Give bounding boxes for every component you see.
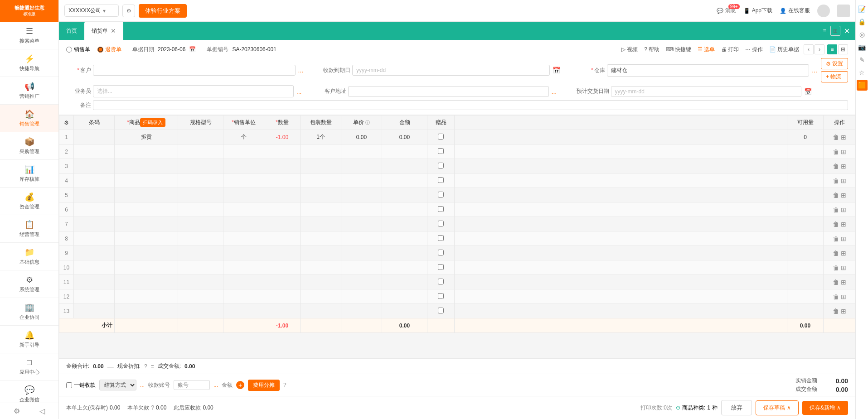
copy-icon-7[interactable]: ⊞ [841,221,846,228]
cell-spec-6[interactable] [178,202,223,217]
cell-price-3[interactable] [341,159,382,173]
cell-price-5[interactable] [341,188,382,202]
cell-barcode-8[interactable] [74,231,115,246]
cell-unit-4[interactable] [223,173,264,188]
sidebar-settings-icon[interactable]: ⚙ [14,407,20,415]
cell-qty-5[interactable] [264,188,301,202]
cell-product-7[interactable] [115,217,178,231]
cell-price-6[interactable] [341,202,382,217]
cell-barcode-6[interactable] [74,202,115,217]
cell-amount-6[interactable] [382,202,427,217]
customer-more-btn[interactable]: ... [298,67,304,74]
delete-icon-12[interactable]: 🗑 [833,293,839,300]
cell-price-7[interactable] [341,217,382,231]
account-input[interactable] [174,380,210,390]
cell-amount-3[interactable] [382,159,427,173]
cell-gift-6[interactable] [427,202,455,217]
cell-gift-8[interactable] [427,231,455,246]
cell-pkg-qty-2[interactable] [301,144,341,159]
cell-product-11[interactable] [115,275,178,289]
cell-product-4[interactable] [115,173,178,188]
cell-note-4[interactable] [455,173,787,188]
sidebar-item-operation[interactable]: 📋 经营管理 [0,215,58,243]
sidebar-item-search[interactable]: ☰ 搜索菜单 [0,22,58,49]
delete-icon-9[interactable]: 🗑 [833,250,839,257]
cell-unit-6[interactable] [223,202,264,217]
app-download-button[interactable]: 📱 App下载 [743,7,772,14]
cell-gift-9[interactable] [427,246,455,260]
copy-icon-1[interactable]: ⊞ [841,134,846,141]
cell-note-7[interactable] [455,217,787,231]
salesperson-input[interactable]: 选择... [93,85,294,97]
cell-unit-2[interactable] [223,144,264,159]
fee-help-icon[interactable]: ? [283,382,286,388]
delete-icon-13[interactable]: 🗑 [833,308,839,315]
cell-amount-13[interactable] [382,304,427,318]
select-btn[interactable]: ☰ 选单 [696,45,717,54]
cell-note-1[interactable] [455,130,787,144]
cell-product-9[interactable] [115,246,178,260]
shortcuts-btn[interactable]: ⌨ 快捷键 [664,45,693,54]
tab-sales-order[interactable]: 销货单 ✕ [84,22,123,40]
float-btn-5[interactable]: ✎ [857,54,868,65]
cell-gift-3[interactable] [427,159,455,173]
close-all-tabs-btn[interactable]: ✕ [844,27,850,35]
radio-sales-order[interactable]: 销售单 [66,46,90,53]
radio-sales-order-input[interactable] [66,47,72,53]
doc-owe-help-icon[interactable]: ? [151,405,154,411]
sidebar-item-finance[interactable]: 💰 资金管理 [0,188,58,215]
cell-qty-11[interactable] [264,275,301,289]
cell-spec-11[interactable] [178,275,223,289]
print-btn[interactable]: 🖨 打印 [719,45,741,54]
cell-qty-8[interactable] [264,231,301,246]
cell-unit-12[interactable] [223,289,264,304]
cell-qty-13[interactable] [264,304,301,318]
gift-checkbox-6[interactable] [438,206,444,212]
copy-icon-2[interactable]: ⊞ [841,148,846,155]
cell-note-8[interactable] [455,231,787,246]
cell-spec-7[interactable] [178,217,223,231]
cell-amount-5[interactable] [382,188,427,202]
cell-price-13[interactable] [341,304,382,318]
sidebar-item-guide[interactable]: 🔔 新手引导 [0,326,58,353]
copy-icon-6[interactable]: ⊞ [841,206,846,213]
cell-unit-8[interactable] [223,231,264,246]
cell-gift-1[interactable] [427,130,455,144]
cell-gift-5[interactable] [427,188,455,202]
user-avatar[interactable] [817,5,830,17]
cell-product-12[interactable] [115,289,178,304]
customer-address-input[interactable] [348,86,549,97]
card-layout-btn[interactable]: ⊞ [838,44,848,54]
cell-spec-2[interactable] [178,144,223,159]
cell-price-10[interactable] [341,260,382,275]
cell-amount-12[interactable] [382,289,427,304]
payment-method-select[interactable]: 结算方式 [99,380,136,390]
cell-gift-4[interactable] [427,173,455,188]
radio-return-order-input[interactable] [97,47,103,53]
cell-gift-2[interactable] [427,144,455,159]
calendar-icon[interactable]: 📅 [189,46,196,53]
delete-icon-6[interactable]: 🗑 [833,206,839,213]
sidebar-item-corp-wechat[interactable]: 💬 企业微信 [0,380,58,403]
user-menu-btn[interactable] [837,5,850,17]
sidebar-item-marketing[interactable]: 📢 营销推广 [0,77,58,105]
cell-spec-13[interactable] [178,304,223,318]
company-settings-button[interactable]: ⚙ [122,5,135,17]
cell-amount-10[interactable] [382,260,427,275]
cell-amount-2[interactable] [382,144,427,159]
cell-unit-13[interactable] [223,304,264,318]
message-button[interactable]: 💬 消息 99+ [717,7,736,14]
delete-icon-7[interactable]: 🗑 [833,221,839,228]
cell-note-2[interactable] [455,144,787,159]
cell-barcode-1[interactable] [74,130,115,144]
cell-spec-12[interactable] [178,289,223,304]
cell-spec-9[interactable] [178,246,223,260]
cell-price-8[interactable] [341,231,382,246]
gift-checkbox-10[interactable] [438,264,444,270]
cell-spec-5[interactable] [178,188,223,202]
payment-due-input[interactable]: yyyy-mm-dd [352,65,550,76]
gift-checkbox-4[interactable] [438,177,444,183]
gift-checkbox-5[interactable] [438,192,444,197]
cell-barcode-5[interactable] [74,188,115,202]
float-btn-1[interactable]: 📝 [857,4,868,14]
